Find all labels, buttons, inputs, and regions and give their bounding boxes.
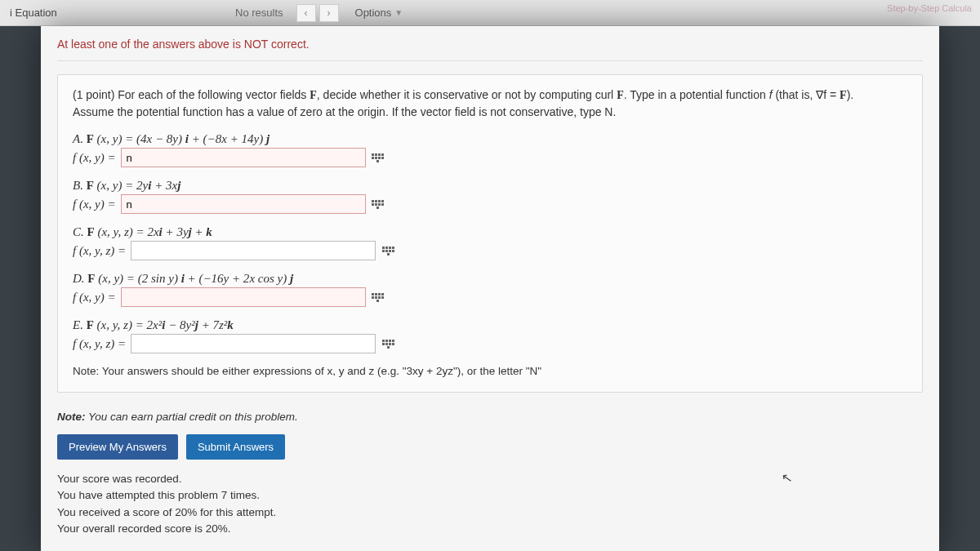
note-bold: Note: xyxy=(57,411,86,423)
problem-box: (1 point) For each of the following vect… xyxy=(57,74,923,393)
score-line-1: Your score was recorded. xyxy=(57,471,923,487)
prev-result-button[interactable]: ‹ xyxy=(296,4,316,22)
error-banner: At least one of the answers above is NOT… xyxy=(57,33,923,61)
part-c: C. F F (x, y, z) = 2xi + 3yj + k(x, y, z… xyxy=(73,225,907,260)
search-no-results-label: No results xyxy=(235,7,283,19)
chevron-right-icon: › xyxy=(327,7,331,19)
keypad-icon[interactable] xyxy=(381,337,395,350)
part-d-input[interactable] xyxy=(121,287,366,307)
part-b-input[interactable] xyxy=(121,194,366,214)
intro-text-2: Assume the potential function has a valu… xyxy=(73,105,616,118)
intro-text-1d: (that is, ∇f = xyxy=(773,88,840,101)
answer-format-note: Note: Your answers should be either expr… xyxy=(73,365,907,377)
part-a-input[interactable] xyxy=(121,148,366,167)
part-b-lhs: f (x, y) = xyxy=(73,198,116,211)
part-e-lhs: f (x, y, z) = xyxy=(73,337,126,351)
intro-text-1e: ). xyxy=(847,88,854,101)
next-result-button[interactable]: › xyxy=(319,4,339,22)
part-a-label: A. xyxy=(73,132,87,145)
vector-F-2: F xyxy=(617,89,624,101)
part-b: B. F F (x, y) = 2yi + 3xj(x, y) = 2yi + … xyxy=(73,179,907,214)
part-c-lhs: f (x, y, z) = xyxy=(73,244,126,258)
vector-F: F xyxy=(310,89,317,101)
point-label: (1 point) xyxy=(73,88,118,101)
partial-credit-note: Note: You can earn partial credit on thi… xyxy=(57,411,923,423)
part-e-input[interactable] xyxy=(131,334,376,353)
part-e-label: E. xyxy=(73,318,87,331)
header-fragment-text: Step-by-Step Calcula xyxy=(887,3,972,13)
note-rest: You can earn partial credit on this prob… xyxy=(86,411,298,423)
part-c-input[interactable] xyxy=(131,241,376,260)
part-e: E. F F (x, y, z) = 2x²i − 8y²j + 7z²k(x,… xyxy=(73,318,907,353)
options-label: Options xyxy=(355,7,392,19)
vector-F-3: F xyxy=(840,89,847,101)
keypad-icon[interactable] xyxy=(371,151,385,164)
page-content: At least one of the answers above is NOT… xyxy=(41,26,939,551)
part-d-label: D. xyxy=(73,272,87,285)
part-c-label: C. xyxy=(73,225,87,238)
action-buttons: Preview My Answers Submit Answers xyxy=(57,434,923,460)
intro-text-1c: . Type in a potential function xyxy=(624,88,769,101)
part-b-label: B. xyxy=(73,179,87,192)
score-line-4: Your overall recorded score is 20%. xyxy=(57,521,923,537)
keypad-icon[interactable] xyxy=(371,198,385,211)
score-info: Your score was recorded. You have attemp… xyxy=(57,471,923,537)
browser-toolbar: i Equation No results ‹ › Options ▼ xyxy=(0,0,980,26)
part-d: D. F F (x, y) = (2 sin y) i + (−16y + 2x… xyxy=(73,272,907,307)
keypad-icon[interactable] xyxy=(371,291,385,304)
part-a: A. F F (x, y) = (4x − 8y) i + (−8x + 14y… xyxy=(73,132,907,167)
page-tab-label: i Equation xyxy=(7,7,235,19)
preview-answers-button[interactable]: Preview My Answers xyxy=(57,434,178,460)
part-a-lhs: f (x, y) = xyxy=(73,151,116,165)
intro-text-1a: For each of the following vector fields xyxy=(118,88,310,101)
submit-answers-button[interactable]: Submit Answers xyxy=(186,434,285,460)
chevron-left-icon: ‹ xyxy=(305,7,308,19)
keypad-icon[interactable] xyxy=(381,244,395,257)
score-line-2: You have attempted this problem 7 times. xyxy=(57,487,923,504)
score-line-3: You received a score of 20% for this att… xyxy=(57,504,923,521)
options-menu[interactable]: Options ▼ xyxy=(355,7,403,19)
problem-intro: (1 point) For each of the following vect… xyxy=(73,87,907,121)
chevron-down-icon: ▼ xyxy=(394,8,403,17)
part-d-lhs: f (x, y) = xyxy=(73,291,116,304)
intro-text-1b: , decide whether it is conservative or n… xyxy=(317,88,617,101)
